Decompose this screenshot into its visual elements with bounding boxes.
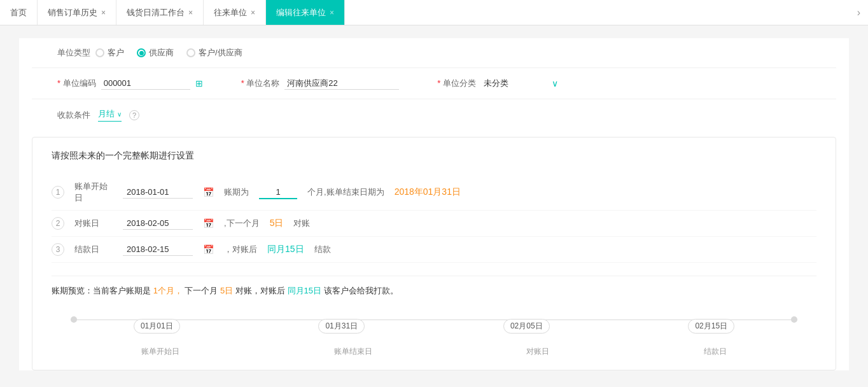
period-desc-1b: 个月,账单结束日期为 <box>307 186 384 198</box>
unit-code-group: 单位编码 ⊞ <box>57 77 203 90</box>
calendar-icon-3[interactable]: 📅 <box>203 244 214 255</box>
unit-type-group: 单位类型 客户 供应商 客户/供应商 <box>57 47 242 59</box>
preview-mid: 下一个月 <box>185 286 218 295</box>
radio-supplier[interactable]: 供应商 <box>137 47 174 59</box>
timeline-label-3: 对账日 <box>526 346 549 357</box>
copy-icon[interactable]: ⊞ <box>195 78 203 88</box>
payment-condition-value: 月结 <box>98 108 115 120</box>
unit-info-row: 单位编码 ⊞ 单位名称 单位分类 未分类 ∨ <box>19 68 849 99</box>
unit-category-group: 单位分类 未分类 ∨ <box>437 78 558 89</box>
period-date-3: 2018-02-15 <box>123 243 193 256</box>
radio-customer-supplier-label: 客户/供应商 <box>199 47 242 59</box>
period-months-input[interactable] <box>259 186 297 199</box>
unit-category-dropdown-icon[interactable]: ∨ <box>552 78 558 88</box>
period-row-1: 1 账单开始日 2018-01-01 📅 账期为 个月,账单结束日期为 2018… <box>52 174 816 211</box>
tab-partner-unit[interactable]: 往来单位 × <box>204 0 266 25</box>
form-section: 单位类型 客户 供应商 客户/供应商 <box>19 38 849 370</box>
radio-customer-supplier-circle <box>186 48 195 57</box>
period-date-1: 2018-01-01 <box>123 186 193 199</box>
preview-suffix: 该客户会给我打款。 <box>324 286 398 295</box>
period-desc-3a: ，对账后 <box>224 244 257 255</box>
tab-partner-unit-label: 往来单位 <box>214 7 247 18</box>
unit-code-input[interactable] <box>101 77 190 90</box>
payment-condition-label: 收款条件 <box>57 109 90 121</box>
period-desc-3b: 结款 <box>314 244 331 255</box>
timeline-point-4: 02月15日 <box>688 319 734 334</box>
tab-cash-work-close[interactable]: × <box>188 9 193 17</box>
period-date-2: 2018-02-05 <box>123 217 193 230</box>
period-desc-2b: 对账 <box>293 218 310 229</box>
preview-mid2: 对账，对账后 <box>235 286 285 295</box>
calendar-icon-1[interactable]: 📅 <box>203 187 214 197</box>
tab-edit-partner-unit[interactable]: 编辑往来单位 × <box>266 0 345 25</box>
tab-edit-partner-unit-close[interactable]: × <box>330 9 334 17</box>
timeline-badge-4: 02月15日 <box>688 319 734 334</box>
period-num-3: 3 <box>52 243 64 256</box>
unit-category-value: 未分类 <box>484 78 508 89</box>
period-payment-day: 同月15日 <box>267 244 304 255</box>
period-card: 请按照未来的一个完整帐期进行设置 1 账单开始日 2018-01-01 📅 账期… <box>32 137 836 370</box>
unit-type-radio-group: 客户 供应商 客户/供应商 <box>95 47 242 59</box>
preview-highlight1: 1个月， <box>153 286 183 295</box>
tab-sales-order-history-close[interactable]: × <box>101 9 106 17</box>
payment-condition-select[interactable]: 月结 ∨ <box>98 108 122 122</box>
period-row-3: 3 结款日 2018-02-15 📅 ，对账后 同月15日 结款 <box>52 237 816 263</box>
main-content: 单位类型 客户 供应商 客户/供应商 <box>0 25 868 387</box>
period-desc-1a: 账期为 <box>224 186 249 198</box>
tab-bar: 首页 销售订单历史 × 钱货日清工作台 × 往来单位 × 编辑往来单位 × › <box>0 0 868 25</box>
unit-type-label: 单位类型 <box>57 47 90 59</box>
unit-name-group: 单位名称 <box>241 77 400 90</box>
period-desc-2a: ,下一个月 <box>224 218 260 229</box>
preview-highlight2: 5日 <box>220 286 233 295</box>
radio-customer-circle <box>95 48 104 57</box>
preview-prefix: 账期预览：当前客户账期是 <box>52 286 151 295</box>
radio-customer-supplier[interactable]: 客户/供应商 <box>186 47 242 59</box>
period-reconcile-day: 5日 <box>270 218 284 229</box>
tab-home[interactable]: 首页 <box>0 0 38 25</box>
period-label-2: 对账日 <box>74 218 113 229</box>
timeline-point-2: 01月31日 <box>318 319 365 334</box>
unit-code-label: 单位编码 <box>57 78 96 89</box>
radio-customer[interactable]: 客户 <box>95 47 124 59</box>
unit-name-input[interactable] <box>284 77 399 90</box>
radio-customer-label: 客户 <box>108 47 124 59</box>
timeline-label-1: 账单开始日 <box>141 346 179 357</box>
tab-sales-order-history[interactable]: 销售订单历史 × <box>38 0 116 25</box>
timeline-badge-2: 01月31日 <box>318 319 365 334</box>
timeline-label-4: 结款日 <box>704 346 727 357</box>
tab-partner-unit-close[interactable]: × <box>251 9 255 17</box>
timeline-label-2: 账单结束日 <box>334 346 372 357</box>
preview-highlight3: 同月15日 <box>288 286 321 295</box>
payment-condition-row: 收款条件 月结 ∨ ? <box>19 99 849 130</box>
timeline-point-3: 02月05日 <box>503 319 550 334</box>
timeline-labels: 账单开始日 账单结束日 对账日 结款日 <box>64 346 804 357</box>
timeline-badge-1: 01月01日 <box>134 319 180 334</box>
unit-category-label: 单位分类 <box>437 78 476 89</box>
period-num-2: 2 <box>52 217 64 230</box>
radio-supplier-label: 供应商 <box>149 47 174 59</box>
timeline-badge-3: 02月05日 <box>503 319 550 334</box>
calendar-icon-2[interactable]: 📅 <box>203 218 214 229</box>
period-label-3: 结款日 <box>74 244 113 255</box>
tab-cash-work-label: 钱货日清工作台 <box>127 7 185 18</box>
period-label-1: 账单开始日 <box>74 181 113 204</box>
tab-sales-order-history-label: 销售订单历史 <box>48 7 97 18</box>
timeline-point-1: 01月01日 <box>134 319 180 334</box>
period-num-1: 1 <box>52 186 64 199</box>
period-end-date: 2018年01月31日 <box>395 186 461 198</box>
help-icon[interactable]: ? <box>129 110 139 120</box>
payment-condition-arrow: ∨ <box>117 111 122 118</box>
tab-more-button[interactable]: › <box>850 0 868 25</box>
preview-text: 账期预览：当前客户账期是 1个月， 下一个月 5日 对账，对账后 同月15日 该… <box>52 277 398 304</box>
tab-cash-work[interactable]: 钱货日清工作台 × <box>116 0 204 25</box>
unit-name-label: 单位名称 <box>241 78 280 89</box>
unit-type-row: 单位类型 客户 供应商 客户/供应商 <box>19 38 849 67</box>
card-title: 请按照未来的一个完整帐期进行设置 <box>52 150 816 162</box>
tab-home-label: 首页 <box>10 7 27 18</box>
period-row-2: 2 对账日 2018-02-05 📅 ,下一个月 5日 对账 <box>52 211 816 237</box>
radio-supplier-circle <box>137 48 146 57</box>
tab-edit-partner-unit-label: 编辑往来单位 <box>276 7 326 18</box>
